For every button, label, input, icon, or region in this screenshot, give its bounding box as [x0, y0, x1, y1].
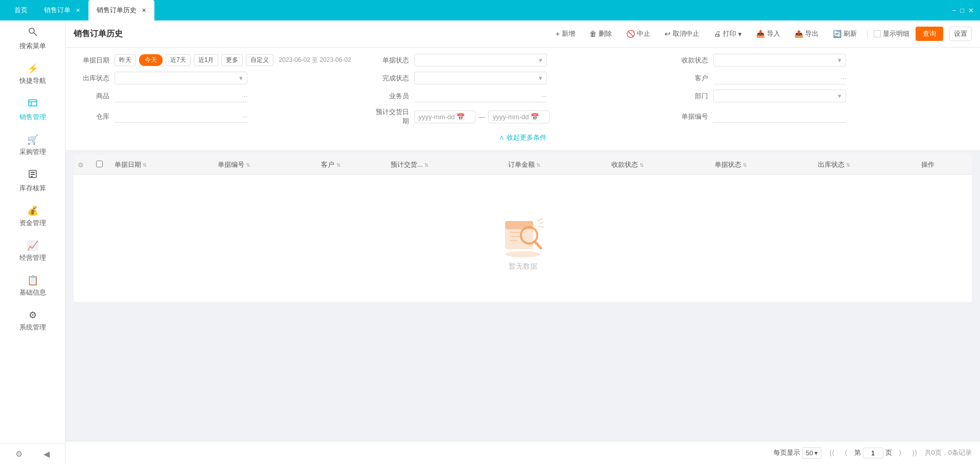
refresh-label: 刷新: [844, 29, 857, 38]
maximize-icon[interactable]: □: [960, 7, 964, 14]
product-input[interactable]: [115, 90, 240, 102]
minimize-icon[interactable]: −: [952, 7, 956, 14]
product-more-icon[interactable]: ···: [242, 92, 247, 100]
table-body: 暂无数据: [74, 175, 972, 302]
sidebar-item-finance-label: 资金管理: [19, 218, 46, 228]
date-separator: —: [478, 113, 485, 121]
delivery-date-end[interactable]: yyyy-mm-dd 📅: [488, 111, 550, 123]
date-quick-more[interactable]: 更多: [221, 54, 243, 66]
complete-status-select[interactable]: ▾: [414, 72, 547, 84]
delivery-date-start[interactable]: yyyy-mm-dd 📅: [414, 111, 475, 123]
settings-button[interactable]: 设置: [949, 27, 972, 41]
sidebar-item-operations[interactable]: 📈 经营管理: [0, 234, 65, 269]
tab-sales-order-history[interactable]: 销售订单历史 ✕: [88, 0, 154, 20]
delete-button[interactable]: 🗑 删除: [585, 27, 616, 40]
cancel-stop-button[interactable]: ↩ 取消中止: [660, 27, 703, 40]
last-page-button[interactable]: ⟩⟩: [908, 447, 921, 459]
department-select[interactable]: ▾: [713, 90, 846, 102]
query-button[interactable]: 查询: [916, 27, 943, 41]
display-toggle[interactable]: 显示明细: [874, 29, 909, 38]
warehouse-input[interactable]: [115, 111, 240, 122]
order-no-input[interactable]: [713, 111, 846, 122]
close-window-icon[interactable]: ✕: [968, 7, 974, 14]
page-suffix: 页: [885, 448, 892, 457]
svg-rect-2: [29, 100, 37, 106]
import-label: 导入: [767, 29, 780, 38]
refresh-button[interactable]: 🔄 刷新: [829, 27, 861, 40]
calendar-end-icon[interactable]: 📅: [531, 113, 539, 121]
per-page-select[interactable]: 50 ▾: [802, 447, 821, 459]
tab-home[interactable]: 首页: [6, 0, 36, 20]
display-toggle-checkbox[interactable]: [874, 30, 881, 37]
finance-icon: 💰: [27, 205, 38, 216]
sidebar-item-finance[interactable]: 💰 资金管理: [0, 199, 65, 234]
table-select-all[interactable]: [96, 161, 103, 167]
order-status-select[interactable]: ▾: [414, 54, 547, 67]
sidebar-item-basic-info-label: 基础信息: [19, 288, 46, 297]
next-page-button[interactable]: ⟩: [894, 447, 906, 459]
date-quick-yesterday[interactable]: 昨天: [115, 54, 136, 66]
operations-icon: 📈: [27, 240, 38, 251]
sidebar-item-basic-info[interactable]: 📋 基础信息: [0, 269, 65, 303]
customer-input[interactable]: [713, 72, 838, 84]
col-amount[interactable]: 订单金额 ⇅: [504, 155, 607, 175]
department-arrow: ▾: [838, 92, 841, 100]
date-quick-7days[interactable]: 近7天: [166, 54, 191, 66]
first-page-button[interactable]: ⟨⟨: [826, 447, 838, 459]
stop-icon: 🚫: [626, 30, 635, 38]
sidebar-item-search-menu[interactable]: 搜索菜单: [0, 20, 65, 57]
filter-row-1: 单据日期 昨天 今天 近7天 近1月 更多 自定义 2023-06-02 至 2…: [74, 54, 972, 67]
sidebar-item-quick-nav[interactable]: ⚡ 快捷导航: [0, 57, 65, 92]
sidebar-item-sys-mgmt[interactable]: ⚙ 系统管理: [0, 303, 65, 338]
calendar-start-icon[interactable]: 📅: [457, 113, 465, 121]
print-button[interactable]: 🖨 打印 ▾: [710, 27, 746, 40]
sidebar-item-sales-mgmt[interactable]: 销售管理: [0, 92, 65, 128]
col-amount-label: 订单金额: [508, 161, 535, 168]
tab-home-label: 首页: [14, 6, 28, 15]
new-button[interactable]: + 新增: [552, 27, 579, 40]
sidebar-item-inventory-label: 库存核算: [19, 184, 46, 193]
new-label: 新增: [562, 29, 575, 38]
sidebar-item-purchase-mgmt[interactable]: 🛒 采购管理: [0, 128, 65, 163]
prev-page-button[interactable]: ⟨: [840, 447, 852, 459]
page-title: 销售订单历史: [74, 29, 123, 39]
svg-point-0: [29, 28, 34, 33]
date-quick-1month[interactable]: 近1月: [194, 54, 219, 66]
col-customer[interactable]: 客户 ⇅: [317, 155, 386, 175]
warehouse-status-select[interactable]: ▾: [115, 72, 247, 84]
col-delivery[interactable]: 预计交货... ⇅: [386, 155, 504, 175]
salesperson-more-icon[interactable]: ···: [541, 92, 547, 100]
close-sales-order-icon[interactable]: ✕: [76, 7, 80, 14]
col-delivery-label: 预计交货...: [391, 161, 423, 168]
filter-row-2: 出库状态 ▾ 完成状态 ▾ 客户: [74, 72, 972, 84]
salesperson-input[interactable]: [414, 90, 539, 102]
collapse-label: ∧ 收起更多条件: [499, 134, 546, 141]
filter-area: 单据日期 昨天 今天 近7天 近1月 更多 自定义 2023-06-02 至 2…: [65, 48, 980, 151]
page-number-input[interactable]: [863, 448, 883, 458]
col-payment-status[interactable]: 收款状态 ⇅: [607, 155, 711, 175]
sidebar-item-inventory[interactable]: 库存核算: [0, 163, 65, 199]
date-quick-custom[interactable]: 自定义: [246, 54, 274, 66]
export-button[interactable]: 📤 导出: [790, 27, 823, 40]
col-date[interactable]: 单据日期 ⇅: [110, 155, 214, 175]
col-order-status[interactable]: 单据状态 ⇅: [711, 155, 814, 175]
col-no[interactable]: 单据编号 ⇅: [214, 155, 317, 175]
col-warehouse-status[interactable]: 出库状态 ⇅: [814, 155, 917, 175]
empty-row: 暂无数据: [74, 175, 972, 302]
sidebar-collapse-icon[interactable]: ◀: [43, 449, 50, 459]
customer-more-icon[interactable]: ···: [841, 74, 847, 82]
stop-button[interactable]: 🚫 中止: [622, 27, 654, 40]
order-status-arrow: ▾: [539, 56, 542, 64]
import-button[interactable]: 📥 导入: [752, 27, 784, 40]
tab-sales-order[interactable]: 销售订单 ✕: [36, 0, 88, 20]
sidebar-settings-icon[interactable]: ⚙: [15, 449, 22, 459]
close-sales-order-history-icon[interactable]: ✕: [142, 7, 146, 14]
complete-status-arrow: ▾: [539, 74, 542, 82]
payment-status-select[interactable]: ▾: [713, 54, 846, 67]
refresh-icon: 🔄: [833, 30, 841, 38]
table-gear-icon[interactable]: ⚙: [78, 161, 84, 169]
warehouse-more-icon[interactable]: ···: [242, 113, 247, 120]
cancel-stop-label: 取消中止: [673, 29, 699, 38]
date-quick-today[interactable]: 今天: [139, 54, 163, 66]
collapse-button[interactable]: ∧ 收起更多条件: [74, 131, 972, 144]
